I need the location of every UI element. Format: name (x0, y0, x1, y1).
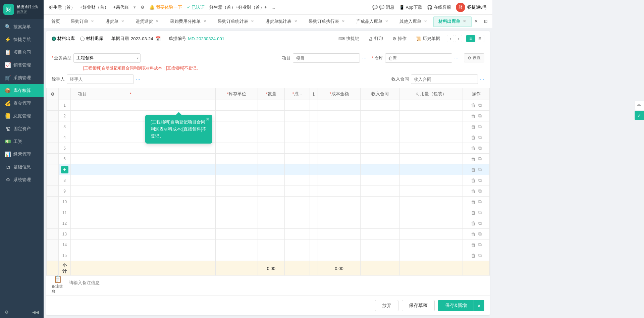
table-cell[interactable] (258, 218, 285, 229)
tab-goods-return[interactable]: 进货退货 ✕ (130, 16, 164, 27)
project-input[interactable] (293, 53, 360, 63)
table-cell[interactable] (284, 229, 310, 240)
topbar-verified[interactable]: ✓ 已认证 (187, 4, 205, 10)
tab-goods-in-close[interactable]: ✕ (120, 19, 125, 24)
table-cell[interactable] (215, 250, 258, 261)
table-cell[interactable] (258, 250, 285, 261)
table-cell[interactable] (400, 100, 463, 111)
table-cell[interactable] (215, 164, 258, 175)
sidebar-collapse-icon[interactable]: ◀◀ (32, 310, 39, 315)
sidebar-settings-icon[interactable]: ⚙ (5, 310, 9, 315)
tab-purchase-expense-close[interactable]: ✕ (203, 19, 207, 24)
table-cell[interactable] (318, 132, 361, 143)
doc-no-value[interactable]: MD-20230324-001 (188, 36, 224, 41)
row-delete-btn[interactable]: 🗑 (470, 242, 476, 248)
topbar-experience[interactable]: 🔔 我要体验一下 (149, 4, 182, 10)
row-delete-btn[interactable]: 🗑 (470, 134, 476, 141)
sidebar-item-purchase[interactable]: 🛒 采购管理 (0, 71, 44, 84)
float-green-btn[interactable]: ✓ (635, 111, 644, 120)
row-copy-btn[interactable]: ⧉ (478, 177, 482, 184)
row-delete-btn[interactable]: 🗑 (470, 102, 476, 109)
table-cell[interactable] (310, 175, 318, 186)
tab-purchase-expense[interactable]: 采购费用分摊单 ✕ (165, 16, 212, 27)
col-settings-icon[interactable]: ⚙ (51, 92, 55, 97)
table-cell[interactable] (215, 111, 258, 121)
table-cell[interactable] (360, 154, 399, 164)
handler-input[interactable] (67, 74, 134, 84)
row-copy-btn[interactable]: ⧉ (478, 241, 482, 248)
table-cell[interactable] (310, 143, 318, 154)
radio-material-return-input[interactable] (80, 37, 85, 41)
table-cell[interactable] (284, 186, 310, 197)
table-cell[interactable] (71, 132, 94, 143)
table-cell[interactable] (215, 207, 258, 218)
table-cell[interactable] (167, 100, 215, 111)
table-cell[interactable] (94, 100, 167, 111)
discard-button[interactable]: 放弃 (375, 300, 398, 311)
table-cell[interactable] (215, 175, 258, 186)
topbar-good2[interactable]: 好生意（首）+好业财（首）+ (209, 4, 267, 10)
sidebar-item-basic[interactable]: 🗂 基础信息 (0, 161, 44, 173)
row-copy-btn[interactable]: ⧉ (478, 123, 482, 130)
tab-goods-stats[interactable]: 进货单统计表 ✕ (260, 16, 303, 27)
table-cell[interactable] (310, 240, 318, 250)
history-btn[interactable]: 📜 历史单据 (413, 34, 443, 43)
table-cell[interactable] (360, 175, 399, 186)
row-delete-btn[interactable]: 🗑 (470, 220, 476, 227)
table-cell[interactable] (258, 240, 285, 250)
table-cell[interactable] (318, 229, 361, 240)
sidebar-item-quicknav[interactable]: ⚡ 快捷导航 (0, 33, 44, 46)
table-cell[interactable] (94, 250, 167, 261)
table-cell[interactable] (215, 121, 258, 132)
tab-other-in[interactable]: 其他入库单 ✕ (394, 16, 433, 27)
table-cell[interactable] (318, 143, 361, 154)
table-cell[interactable] (318, 100, 361, 111)
table-cell[interactable] (360, 100, 399, 111)
table-cell[interactable] (167, 229, 215, 240)
topbar-settings-btn[interactable]: ⚙ (141, 5, 145, 10)
table-cell[interactable] (167, 175, 215, 186)
tab-purchase-exec-close[interactable]: ✕ (341, 19, 345, 24)
topbar-app-download[interactable]: 📱 App下载 (399, 4, 422, 10)
row-copy-btn[interactable]: ⧉ (478, 166, 482, 173)
table-cell[interactable] (71, 121, 94, 132)
radio-material-out[interactable]: 材料出库 (52, 36, 75, 42)
row-delete-btn[interactable]: 🗑 (470, 188, 476, 195)
table-cell[interactable] (94, 164, 167, 175)
view-list-btn[interactable]: ≡ (466, 35, 475, 42)
topbar-add-good[interactable]: +好业财（首） (80, 4, 109, 10)
table-cell[interactable] (215, 229, 258, 240)
table-cell[interactable] (71, 175, 94, 186)
row-delete-btn[interactable]: 🗑 (470, 156, 476, 162)
table-cell[interactable] (400, 197, 463, 207)
table-cell[interactable] (400, 186, 463, 197)
table-cell[interactable] (400, 111, 463, 121)
table-cell[interactable] (258, 207, 285, 218)
tooltip-close-btn[interactable]: ✕ (206, 117, 210, 121)
table-cell[interactable] (94, 240, 167, 250)
print-btn[interactable]: 🖨 打印 (366, 34, 386, 43)
table-cell[interactable] (71, 154, 94, 164)
table-cell[interactable] (284, 154, 310, 164)
table-cell[interactable] (310, 164, 318, 175)
table-cell[interactable] (94, 197, 167, 207)
row-delete-btn[interactable]: 🗑 (470, 145, 476, 152)
table-cell[interactable] (71, 100, 94, 111)
table-cell[interactable] (258, 100, 285, 111)
tab-product-in-close[interactable]: ✕ (384, 19, 389, 24)
table-cell[interactable] (258, 111, 285, 121)
topbar-user[interactable]: 财 畅捷通8号 (456, 3, 487, 12)
table-cell[interactable] (167, 143, 215, 154)
row-copy-btn[interactable]: ⧉ (478, 220, 482, 227)
table-cell[interactable] (284, 197, 310, 207)
table-cell[interactable] (94, 186, 167, 197)
table-cell[interactable] (71, 186, 94, 197)
row-copy-btn[interactable]: ⧉ (478, 145, 482, 152)
table-cell[interactable] (167, 164, 215, 175)
table-cell[interactable] (215, 240, 258, 250)
table-cell[interactable] (94, 175, 167, 186)
table-cell[interactable] (360, 229, 399, 240)
table-cell[interactable] (94, 207, 167, 218)
project-expand-btn[interactable]: ··· (362, 55, 366, 61)
table-cell[interactable] (400, 175, 463, 186)
